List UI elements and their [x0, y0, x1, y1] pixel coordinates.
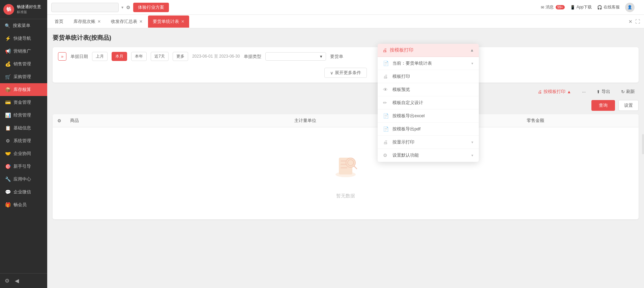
settings-button[interactable]: 设置 — [618, 100, 639, 111]
tab-order-stats[interactable]: 要货单统计表 ✕ — [148, 15, 189, 28]
dropdown-template-pdf[interactable]: 📄 按模板导出pdf — [378, 123, 479, 136]
tab-close-order-stats[interactable]: ✕ — [181, 19, 184, 24]
display-print-arrow: ▾ — [471, 140, 473, 145]
th-settings[interactable]: ⚙ — [53, 118, 66, 123]
template-print-icon: 🖨 — [383, 74, 389, 79]
yaohuodan-label: 要货单 — [330, 54, 343, 60]
table-header: ⚙ 商品 主计量单位 主数量 零售金额 — [53, 114, 639, 127]
dropdown-current-template[interactable]: 📄 当前：要货单统计表 ▾ — [378, 57, 479, 70]
sidebar-item-quick-nav[interactable]: ⚡ 快捷导航 — [0, 32, 47, 45]
th-product: 商品 — [66, 118, 290, 124]
th-amount: 零售金额 — [523, 118, 639, 124]
sidebar-item-operations[interactable]: 📊 经营管理 — [0, 109, 47, 122]
sidebar-footer: ⚙ ◀ — [0, 273, 47, 288]
tab-label: 收发存汇总表 — [111, 19, 137, 25]
topbar-gear-icon[interactable]: ⚙ — [126, 5, 130, 10]
finance-icon: 💳 — [5, 100, 11, 105]
svg-rect-4 — [341, 167, 347, 168]
sidebar-item-label: 采购管理 — [13, 74, 31, 80]
template-pdf-label: 按模板导出pdf — [392, 126, 420, 132]
tab-close-inventory-batch[interactable]: ✕ — [97, 19, 101, 24]
filter-row: » 单据日期 上月 本月 本年 近7天 更多 2023-06-01 至 2023… — [58, 52, 633, 61]
more-options-button[interactable]: ··· — [578, 87, 589, 96]
sidebar-item-basic-info[interactable]: 📋 基础信息 — [0, 122, 47, 134]
sidebar-item-wechat[interactable]: 💬 企业微信 — [0, 186, 47, 198]
topbar-search-input[interactable] — [51, 3, 119, 12]
scroll-handle[interactable] — [642, 134, 644, 154]
message-icon: ✉ — [541, 5, 544, 10]
print-template-label: 按模板打印 — [544, 89, 565, 95]
date-btn-last-month[interactable]: 上月 — [92, 52, 108, 61]
messages-button[interactable]: ✉ 消息 99+ — [541, 4, 565, 10]
sidebar-item-system[interactable]: ⚙ 系统管理 — [0, 134, 47, 147]
refresh-icon: ↻ — [621, 89, 625, 94]
sidebar-item-finance[interactable]: 💳 资金管理 — [0, 96, 47, 109]
sidebar-item-purchase[interactable]: 🛒 采购管理 — [0, 70, 47, 83]
search-menu[interactable]: 🔍 搜索菜单 — [0, 19, 47, 32]
tab-close-receipts-summary[interactable]: ✕ — [139, 19, 143, 24]
sidebar-item-marketing[interactable]: 📢 营销推广 — [0, 45, 47, 58]
sidebar-item-app-center[interactable]: 🔧 应用中心 — [0, 173, 47, 186]
dropdown-display-print[interactable]: 🖨 按显示打印 ▾ — [378, 136, 479, 149]
topbar-chevron-icon[interactable]: ▾ — [121, 5, 123, 10]
purchase-icon: 🛒 — [5, 74, 11, 79]
date-btn-more[interactable]: 更多 — [173, 52, 188, 61]
filter-card: » 单据日期 上月 本月 本年 近7天 更多 2023-06-01 至 2023… — [53, 47, 639, 83]
expand-window-icon[interactable]: ⛶ — [635, 19, 640, 24]
dropdown-template-design[interactable]: ✏ 模板自定义设计 — [378, 96, 479, 109]
sidebar-item-sales[interactable]: 💰 销售管理 — [0, 58, 47, 70]
online-support-label: 在线客服 — [604, 4, 620, 10]
topbar: ▾ ⚙ 体验行业方案 ✉ 消息 99+ 📱 App下载 🎧 在线客服 👤 — [47, 0, 644, 15]
export-button[interactable]: ⬆ 导出 — [593, 87, 614, 97]
close-window-icon[interactable]: ✕ — [628, 19, 633, 24]
wechat-icon: 💬 — [5, 189, 11, 195]
print-dropdown: 🖨 按模板打印 ▲ 📄 当前：要货单统计表 ▾ 🖨 模板打印 👁 模板预览 ✏ … — [378, 44, 479, 162]
empty-text: 暂无数据 — [336, 193, 355, 199]
type-filter-label: 单据类型 — [244, 54, 261, 60]
trial-button[interactable]: 体验行业方案 — [133, 3, 169, 12]
tab-label: 库存批次账 — [74, 19, 95, 25]
sidebar-item-label: 快捷导航 — [13, 35, 31, 41]
filter-expand-button[interactable]: » — [58, 52, 66, 61]
set-default-label: 设置默认功能 — [392, 152, 468, 158]
app-download-button[interactable]: 📱 App下载 — [570, 4, 592, 10]
set-default-arrow: ▾ — [471, 153, 473, 158]
date-btn-this-year[interactable]: 本年 — [131, 52, 147, 61]
dropdown-header-right: ▲ — [470, 48, 474, 53]
date-btn-7days[interactable]: 近7天 — [151, 52, 169, 61]
dropdown-set-default[interactable]: ⚙ 设置默认功能 ▾ — [378, 149, 479, 162]
tab-home[interactable]: 首页 — [50, 19, 68, 25]
sidebar-item-label: 基础信息 — [13, 125, 31, 131]
print-template-button[interactable]: 🖨 按模板打印 ▲ — [534, 87, 575, 97]
dropdown-header: 🖨 按模板打印 ▲ — [378, 44, 479, 57]
dropdown-template-excel[interactable]: 📄 按模板导出excel — [378, 109, 479, 123]
date-btn-this-month[interactable]: 本月 — [112, 52, 127, 61]
current-template-label: 当前：要货单统计表 — [392, 60, 468, 66]
online-support-button[interactable]: 🎧 在线客服 — [597, 4, 620, 10]
dropdown-title: 按模板打印 — [390, 47, 413, 53]
query-button[interactable]: 查询 — [591, 100, 615, 111]
type-filter-select[interactable]: ▾ — [265, 52, 326, 61]
sidebar-item-label: 营销推广 — [13, 48, 31, 54]
set-default-icon: ⚙ — [383, 153, 389, 158]
settings-footer-icon[interactable]: ⚙ — [5, 278, 9, 284]
template-preview-icon: 👁 — [383, 87, 389, 92]
tabs-bar: 首页 库存批次账 ✕ 收发存汇总表 ✕ 要货单统计表 ✕ ✕ ⛶ — [47, 15, 644, 28]
tab-inventory-batch[interactable]: 库存批次账 ✕ — [69, 15, 106, 28]
sidebar-item-inventory[interactable]: 📦 库存核算 — [0, 83, 47, 96]
date-range-display: 2023-06-01 至 2023-06-30 — [192, 54, 240, 59]
sidebar-item-cooperation[interactable]: 🤝 企业协同 — [0, 147, 47, 160]
app-download-label: App下载 — [577, 4, 592, 10]
tab-receipts-summary[interactable]: 收发存汇总表 ✕ — [106, 15, 147, 28]
quick-nav-icon: ⚡ — [5, 36, 11, 41]
collapse-footer-icon[interactable]: ◀ — [15, 278, 19, 284]
template-design-label: 模板自定义设计 — [392, 100, 423, 106]
expand-more-button[interactable]: ∨ 展开更多条件 — [324, 68, 367, 78]
dropdown-template-preview[interactable]: 👁 模板预览 — [378, 83, 479, 96]
dropdown-template-print[interactable]: 🖨 模板打印 — [378, 70, 479, 83]
user-avatar[interactable]: 👤 — [625, 3, 635, 12]
sidebar-item-member[interactable]: 🎁 畅会员 — [0, 198, 47, 211]
dropdown-close-chevron[interactable]: ▲ — [470, 48, 474, 53]
sidebar-item-guide[interactable]: 🎯 新手引导 — [0, 160, 47, 173]
refresh-button[interactable]: ↻ 刷新 — [617, 87, 639, 97]
